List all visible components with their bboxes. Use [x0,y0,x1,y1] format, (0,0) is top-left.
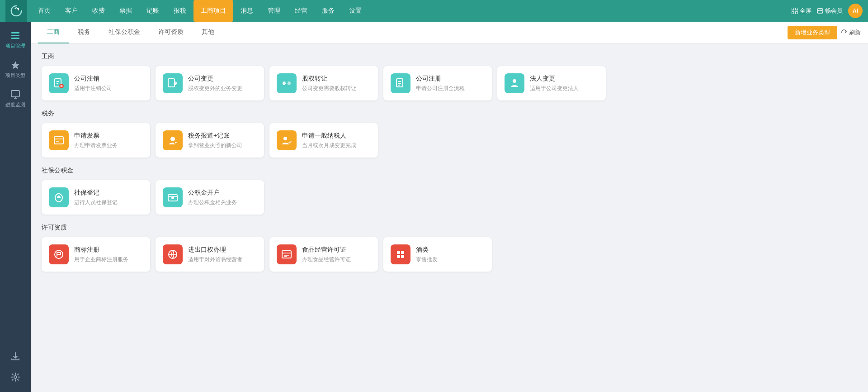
legal-person-icon [505,73,524,93]
nav-message[interactable]: 消息 [233,0,260,22]
card-desc-tax-payer: 当月或次月成变更完成 [302,142,356,149]
tax-report-icon [163,130,183,150]
card-desc-tax-report: 拿到营业执照的新公司 [188,142,242,149]
card-info-tax-report: 税务报道+记账 拿到营业执照的新公司 [188,132,242,149]
nav-right: 全屏 畅会员 AI [792,4,863,18]
card-title-import-export: 进出口权办理 [188,246,242,254]
card-social-security[interactable]: 社保登记 进行人员社保登记 [42,180,150,215]
alcohol-icon [391,244,410,264]
provident-fund-icon [163,187,183,207]
card-info-social-security: 社保登记 进行人员社保登记 [74,189,118,206]
card-info-company-change: 公司变更 股权变更外的业务变更 [188,75,242,92]
content-scroll[interactable]: 工商 公司注销 适用于注销公司 [31,43,868,392]
svg-point-35 [288,140,292,144]
card-company-register[interactable]: 公司注册 申请公司注册全流程 [383,66,492,100]
company-change-icon [163,73,183,93]
card-desc-company-cancel: 适用于注销公司 [74,85,112,92]
trademark-icon [49,244,69,264]
svg-point-12 [14,376,17,378]
svg-rect-47 [401,251,404,254]
nav-manage[interactable]: 管理 [260,0,288,22]
card-tax-payer[interactable]: 申请一般纳税人 当月或次月成变更完成 [269,123,378,158]
card-desc-provident-fund: 办理公积金相关业务 [188,199,237,206]
card-info-company-cancel: 公司注销 适用于注销公司 [74,75,112,92]
equity-transfer-icon [277,73,297,93]
sidebar-item-project-type[interactable]: 项目类型 [0,55,31,84]
social-security-icon [49,187,69,207]
svg-rect-27 [54,137,63,144]
tab-shebao[interactable]: 社保公积金 [99,22,149,43]
svg-rect-5 [11,32,19,33]
tab-shuiwu[interactable]: 税务 [69,22,99,43]
fullscreen-label: 全屏 [800,7,811,15]
vip-button[interactable]: 畅会员 [817,7,843,15]
card-trademark[interactable]: 商标注册 用于企业商标注册服务 [42,237,150,272]
card-info-tax-payer: 申请一般纳税人 当月或次月成变更完成 [302,132,356,149]
card-desc-import-export: 适用于对外贸易经营者 [188,256,242,263]
main-layout: 项目管理 项目类型 进度监测 [0,22,868,392]
sidebar-item-progress-monitor[interactable]: 进度监测 [0,84,31,114]
sidebar-label-progress-monitor: 进度监测 [5,101,25,108]
app-logo [5,0,27,22]
nav-bizproject[interactable]: 工商项目 [193,0,233,22]
card-title-food-license: 食品经营许可证 [302,246,351,254]
nav-home[interactable]: 首页 [31,0,58,22]
invoice-apply-icon [49,130,69,150]
tab-xuke[interactable]: 许可资质 [149,22,193,43]
card-info-import-export: 进出口权办理 适用于对外贸易经营者 [188,246,242,263]
card-legal-person[interactable]: 法人变更 适用于公司变更法人 [497,66,606,100]
card-tax-report[interactable]: 税务报道+记账 拿到营业执照的新公司 [156,123,264,158]
svg-rect-46 [397,251,400,254]
nav-service[interactable]: 服务 [315,0,342,22]
svg-rect-3 [796,12,798,14]
tax-payer-icon [277,130,297,150]
import-export-icon [163,244,183,264]
card-alcohol[interactable]: 酒类 零售批发 [383,237,492,272]
card-company-change[interactable]: 公司变更 股权变更外的业务变更 [156,66,264,100]
svg-rect-0 [792,8,794,10]
nav-customer[interactable]: 客户 [58,0,85,22]
nav-bill[interactable]: 票据 [112,0,139,22]
card-equity-transfer[interactable]: 股权转让 公司变更需要股权转让 [269,66,378,100]
card-desc-legal-person: 适用于公司变更法人 [530,85,579,92]
refresh-label: 刷新 [849,29,861,37]
sidebar-item-project-manage[interactable]: 项目管理 [0,25,31,55]
cards-grid-xuke: 商标注册 用于企业商标注册服务 进出口权办理 适用于对外贸易经营者 [42,237,857,272]
card-info-food-license: 食品经营许可证 办理食品经营许可证 [302,246,351,263]
refresh-button[interactable]: 刷新 [841,29,861,37]
fullscreen-button[interactable]: 全屏 [792,7,811,15]
nav-operation[interactable]: 经营 [288,0,315,22]
card-info-invoice-apply: 申请发票 办理申请发票业务 [74,132,118,149]
card-food-license[interactable]: 食品经营许可证 办理食品经营许可证 [269,237,378,272]
tab-gongshang[interactable]: 工商 [38,22,69,43]
card-info-trademark: 商标注册 用于企业商标注册服务 [74,246,128,263]
new-business-type-button[interactable]: 新增业务类型 [788,26,837,39]
card-title-provident-fund: 公积金开户 [188,189,237,197]
card-import-export[interactable]: 进出口权办理 适用于对外贸易经营者 [156,237,264,272]
card-company-cancel[interactable]: 公司注销 适用于注销公司 [42,66,150,100]
user-avatar[interactable]: AI [848,4,863,18]
card-info-legal-person: 法人变更 适用于公司变更法人 [530,75,579,92]
card-desc-invoice-apply: 办理申请发票业务 [74,142,118,149]
nav-settings[interactable]: 设置 [342,0,369,22]
content-area: 工商 税务 社保公积金 许可资质 其他 新增业务类型 刷新 工商 [31,22,868,392]
tab-other[interactable]: 其他 [193,22,223,43]
svg-point-37 [171,196,174,199]
card-desc-food-license: 办理食品经营许可证 [302,256,351,263]
nav-accounting[interactable]: 记账 [139,0,166,22]
tab-bar: 工商 税务 社保公积金 许可资质 其他 新增业务类型 刷新 [31,22,868,43]
nav-tax[interactable]: 报税 [166,0,193,22]
cards-grid-shuiwu: 申请发票 办理申请发票业务 税务报道+记账 拿到营业执照的新公司 [42,123,857,158]
nav-fee[interactable]: 收费 [85,0,112,22]
section-title-xuke: 许可资质 [42,224,857,232]
card-provident-fund[interactable]: 公积金开户 办理公积金相关业务 [156,180,264,215]
sidebar-download-button[interactable] [9,347,22,366]
card-title-company-change: 公司变更 [188,75,242,83]
sidebar-settings-button[interactable] [9,368,22,387]
card-info-equity-transfer: 股权转让 公司变更需要股权转让 [302,75,356,92]
sidebar: 项目管理 项目类型 进度监测 [0,22,31,392]
card-invoice-apply[interactable]: 申请发票 办理申请发票业务 [42,123,150,158]
card-desc-alcohol: 零售批发 [416,256,438,263]
card-title-company-register: 公司注册 [416,75,465,83]
vip-label: 畅会员 [825,7,843,15]
